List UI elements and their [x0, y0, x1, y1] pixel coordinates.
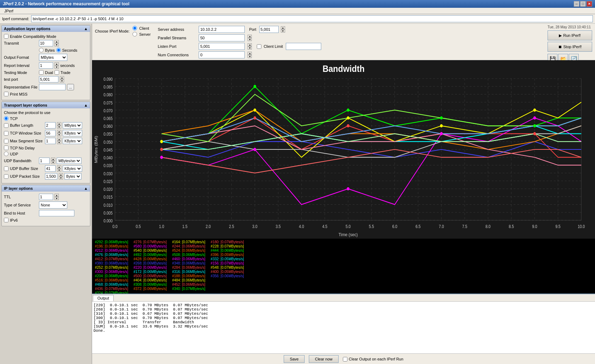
server-radio[interactable]: [132, 32, 137, 36]
svg-point-104: [533, 116, 536, 120]
title-bar-controls[interactable]: ─ □ ✕: [574, 1, 592, 7]
max-segment-unit[interactable]: KBytes: [63, 138, 82, 144]
svg-text:0.055: 0.055: [103, 132, 113, 137]
report-interval-spinner[interactable]: ▲ ▼: [55, 62, 59, 69]
max-segment-input[interactable]: [45, 138, 56, 144]
udp-buffer-unit[interactable]: KBytes: [63, 165, 82, 172]
svg-text:5.0: 5.0: [346, 224, 351, 229]
ipv6-checkbox[interactable]: [4, 218, 8, 222]
transport-layer-header[interactable]: Transport layer options ▲: [2, 102, 90, 108]
maximize-button[interactable]: □: [580, 1, 586, 7]
svg-point-95: [160, 140, 163, 143]
ip-layer-section: IP layer options ▲ TTL ▲ ▼ Type of Servi…: [1, 185, 90, 226]
num-connections-input[interactable]: [199, 51, 245, 58]
svg-text:0.050: 0.050: [103, 140, 113, 144]
svg-point-97: [347, 116, 350, 120]
udp-buffer-row: UDP Buffer Size ▲ ▼ KBytes: [4, 165, 88, 172]
port-spinner[interactable]: ▲ ▼: [281, 26, 285, 33]
ttl-spinner[interactable]: ▲ ▼: [55, 194, 59, 200]
tcp-window-input[interactable]: [45, 130, 56, 136]
legend-col-2: #276: [0.07MBytes/s] #580: [0.06MBytes/s…: [134, 240, 167, 294]
transmit-down[interactable]: ▼: [55, 43, 59, 46]
save-button[interactable]: Save: [284, 355, 305, 363]
tcp-no-delay-checkbox[interactable]: [4, 146, 8, 150]
tcp-window-spinner[interactable]: ▲ ▼: [57, 130, 61, 136]
svg-text:0.070: 0.070: [103, 108, 113, 113]
seconds-radio[interactable]: [56, 48, 61, 52]
udp-buffer-input[interactable]: [45, 165, 56, 172]
listen-port-input[interactable]: [199, 43, 245, 50]
trade-checkbox[interactable]: [55, 70, 59, 75]
bind-host-input[interactable]: [39, 210, 74, 216]
buffer-length-spinner[interactable]: ▲ ▼: [57, 122, 61, 129]
bytes-radio[interactable]: [39, 48, 44, 52]
print-mss-checkbox[interactable]: [4, 92, 8, 96]
tcp-window-checkbox[interactable]: [4, 131, 8, 136]
testing-mode-row: Testing Mode Dual Trade: [4, 70, 88, 75]
close-button[interactable]: ✕: [586, 1, 592, 7]
tcp-radio[interactable]: [4, 116, 8, 121]
report-interval-input[interactable]: [39, 62, 53, 69]
num-connections-spinner[interactable]: ▲ ▼: [248, 52, 252, 58]
rep-file-input[interactable]: [39, 84, 66, 90]
udp-packet-checkbox[interactable]: [4, 174, 8, 179]
transmit-spinner[interactable]: ▲ ▼: [55, 40, 59, 46]
udp-bandwidth-row: UDP Bandwidth ▲ ▼ MBytes/sec: [4, 158, 88, 164]
test-port-input[interactable]: [39, 76, 58, 83]
transmit-up[interactable]: ▲: [55, 40, 59, 43]
client-limit-checkbox[interactable]: [257, 44, 261, 49]
buffer-length-input[interactable]: [45, 122, 56, 129]
listen-port-spinner[interactable]: ▲ ▼: [248, 43, 252, 50]
toolbar: Iperf command:: [0, 14, 595, 24]
client-radio[interactable]: [132, 26, 137, 30]
ttl-input[interactable]: [39, 194, 53, 200]
buffer-length-checkbox[interactable]: [4, 123, 8, 128]
udp-buffer-checkbox[interactable]: [4, 166, 8, 171]
output-format-select[interactable]: MBytes: [39, 54, 67, 61]
port-input[interactable]: [259, 26, 279, 33]
udp-radio[interactable]: [4, 152, 8, 156]
max-segment-spinner[interactable]: ▲ ▼: [57, 138, 61, 144]
minimize-button[interactable]: ─: [574, 1, 579, 7]
output-tab[interactable]: Output: [93, 295, 114, 301]
udp-bandwidth-unit[interactable]: MBytes/sec: [57, 158, 81, 164]
client-limit-input[interactable]: [286, 43, 321, 50]
parallel-streams-input[interactable]: [199, 34, 245, 41]
menu-item-jperf[interactable]: JPerf: [1, 9, 16, 13]
udp-packet-unit[interactable]: Bytes: [64, 173, 81, 180]
svg-text:2.0: 2.0: [206, 224, 211, 229]
server-address-input[interactable]: [199, 26, 245, 33]
stop-iperf-button[interactable]: ⏹ Stop IPerf!: [548, 42, 592, 52]
svg-text:0.010: 0.010: [103, 203, 113, 207]
udp-bandwidth-input[interactable]: [39, 158, 50, 164]
transmit-input[interactable]: [39, 40, 53, 46]
udp-packet-spinner[interactable]: ▲ ▼: [59, 173, 63, 180]
tcp-no-delay-row: TCP No Delay: [4, 146, 88, 150]
udp-bandwidth-spinner[interactable]: ▲ ▼: [51, 158, 55, 164]
ip-layer-header[interactable]: IP layer options ▲: [2, 185, 90, 192]
test-port-spinner[interactable]: ▲ ▼: [60, 76, 64, 83]
buffer-length-unit[interactable]: MBytes: [63, 122, 82, 129]
top-controls: Choose IPerf Mode: Client Server: [92, 24, 595, 60]
clear-now-button[interactable]: Clear now: [309, 355, 339, 363]
udp-buffer-spinner[interactable]: ▲ ▼: [57, 165, 61, 172]
tcp-window-unit[interactable]: KBytes: [63, 130, 82, 136]
udp-packet-input[interactable]: [45, 173, 57, 180]
iperf-command-input[interactable]: [31, 15, 593, 22]
svg-text:0.015: 0.015: [103, 195, 113, 200]
svg-text:0.5: 0.5: [136, 224, 141, 229]
app-layer-content: Enable Compatibility Mode Transmit ▲ ▼ B…: [2, 32, 90, 100]
svg-text:4.0: 4.0: [299, 224, 304, 229]
dual-checkbox[interactable]: [39, 70, 44, 75]
tos-row: Type of Service None: [4, 201, 88, 209]
svg-point-89: [533, 132, 536, 135]
parallel-streams-spinner[interactable]: ▲ ▼: [248, 35, 252, 41]
max-segment-checkbox[interactable]: [4, 139, 8, 143]
tos-select[interactable]: None: [39, 201, 67, 209]
svg-text:3.5: 3.5: [276, 224, 280, 229]
rep-file-browse-button[interactable]: ...: [67, 84, 74, 90]
app-layer-header[interactable]: Application layer options ▲: [2, 25, 90, 32]
enable-compatibility-checkbox[interactable]: [4, 34, 8, 39]
clear-on-run-checkbox[interactable]: [343, 357, 347, 362]
run-iperf-button[interactable]: ▶ Run IPerf!: [548, 30, 592, 40]
